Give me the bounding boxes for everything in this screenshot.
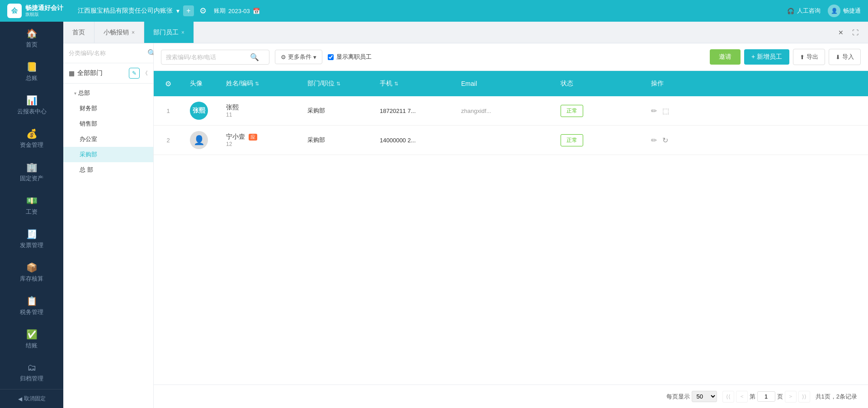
chevron-down-icon: ▾ xyxy=(313,54,316,61)
page-size-select[interactable]: 10 20 50 100 xyxy=(692,391,717,402)
col-dept-position[interactable]: 部门/职位 ⇅ xyxy=(300,71,373,96)
row-status: 正常 xyxy=(553,96,644,126)
edit-button[interactable]: ✏ xyxy=(651,136,657,145)
more-filter-button[interactable]: ⚙ 更多条件 ▾ xyxy=(275,50,322,64)
prev-page-button[interactable]: ＜ xyxy=(736,391,748,403)
sidebar-item-ledger[interactable]: 📒 总账 xyxy=(0,55,63,89)
add-company-button[interactable]: + xyxy=(183,5,194,16)
emp-search-input[interactable] xyxy=(166,54,247,61)
sidebar-item-label: 资金管理 xyxy=(20,141,43,149)
sidebar-item-inventory[interactable]: 📦 库存核算 xyxy=(0,256,63,289)
status-badge: 正常 xyxy=(561,105,583,117)
gear-icon[interactable]: ⚙ xyxy=(199,6,207,16)
user-menu[interactable]: 👤 畅捷通 xyxy=(828,5,861,17)
sidebar-item-salary[interactable]: 💵 工资 xyxy=(0,189,63,222)
col-actions: 操作 xyxy=(644,71,868,96)
invite-button[interactable]: 邀请 xyxy=(710,49,741,65)
import-button[interactable]: ⬇ 导入 xyxy=(829,49,861,65)
table-gear-icon[interactable]: ⚙ xyxy=(161,76,175,91)
employee-panel: 🔍 ⚙ 更多条件 ▾ 显示离职员工 邀请 xyxy=(154,43,868,408)
search-icon[interactable]: 🔍 xyxy=(147,49,154,57)
avatar: 👤 xyxy=(828,5,840,17)
dept-collapse-button[interactable]: 《 xyxy=(142,70,148,77)
sidebar-item-label: 固定资产 xyxy=(20,174,43,183)
close-tab-dept-emp[interactable]: × xyxy=(181,29,184,36)
show-leave-checkbox-label[interactable]: 显示离职员工 xyxy=(328,53,372,61)
sidebar-item-closing[interactable]: ✅ 结账 xyxy=(0,323,63,356)
sort-icon: ⇅ xyxy=(394,81,398,86)
tab-bar: 首页 小畅报销 × 部门员工 × ✕ ⛶ xyxy=(63,22,868,43)
total-records: 共1页，2条记录 xyxy=(816,393,857,401)
service-button[interactable]: 🎧 人工咨询 xyxy=(787,7,821,15)
export-button[interactable]: ⬆ 导出 xyxy=(793,49,825,65)
row-avatar-cell: 👤 xyxy=(183,126,219,155)
edit-button[interactable]: ✏ xyxy=(651,107,657,115)
dept-search-input[interactable] xyxy=(69,50,145,56)
sidebar-item-label: 工资 xyxy=(26,208,38,216)
status-badge: 正常 xyxy=(561,134,583,146)
tab-home[interactable]: 首页 xyxy=(63,22,94,43)
dept-node-head[interactable]: ▾ 总部 xyxy=(63,85,153,101)
sidebar-item-archive[interactable]: 🗂 归档管理 xyxy=(0,356,63,389)
emp-search-box: 🔍 xyxy=(161,50,269,65)
page-navigation: ⟨⟨ ＜ 第 页 ＞ ⟩⟩ xyxy=(722,391,810,403)
logo-area: 会 畅捷通好会计 旗舰版 xyxy=(7,4,71,18)
sidebar-item-label: 结账 xyxy=(26,342,38,350)
col-name-code[interactable]: 姓名/编码 ⇅ xyxy=(219,71,300,96)
sidebar-item-tax[interactable]: 📋 税务管理 xyxy=(0,289,63,323)
company-selector[interactable]: 江西服宝精品有限责任公司内账张 ▾ xyxy=(78,7,179,15)
sidebar-item-funds[interactable]: 💰 资金管理 xyxy=(0,122,63,155)
pagination: 每页显示 10 20 50 100 ⟨⟨ ＜ 第 页 xyxy=(154,385,868,408)
add-employee-button[interactable]: + 新增员工 xyxy=(744,49,789,65)
chevron-down-icon: ▾ xyxy=(176,7,179,14)
dept-node-office[interactable]: 办公室 xyxy=(63,131,153,147)
row-name-code: 张熙 11 xyxy=(219,96,300,126)
dept-node-general[interactable]: 总 部 xyxy=(63,162,153,178)
tab-dept-emp[interactable]: 部门员工 × xyxy=(144,22,194,43)
logout-button[interactable]: ⬚ xyxy=(662,107,669,115)
col-settings[interactable]: ⚙ xyxy=(154,71,183,96)
dept-node-sales[interactable]: 销售部 xyxy=(63,116,153,131)
refresh-button[interactable]: ↻ xyxy=(662,136,668,145)
pending-badge: 应 xyxy=(249,134,257,141)
maximize-window-button[interactable]: ⛶ xyxy=(850,27,861,38)
import-icon: ⬇ xyxy=(835,54,840,61)
close-window-button[interactable]: ✕ xyxy=(835,27,846,38)
sidebar-item-label: 云报表中心 xyxy=(17,108,47,116)
dept-edit-button[interactable]: ✎ xyxy=(129,68,140,79)
sort-icon: ⇅ xyxy=(336,81,340,86)
invoice-icon: 🧾 xyxy=(26,229,38,239)
cancel-fixed-button[interactable]: ◀ 取消固定 xyxy=(0,389,63,408)
all-dept-header[interactable]: ▦ 全部部门 ✎ 《 xyxy=(63,63,153,84)
dept-node-finance[interactable]: 财务部 xyxy=(63,101,153,116)
inventory-icon: 📦 xyxy=(26,262,38,273)
first-page-button[interactable]: ⟨⟨ xyxy=(722,391,734,403)
col-phone[interactable]: 手机 ⇅ xyxy=(373,71,454,96)
dept-search-area: 🔍 xyxy=(63,43,153,63)
dept-node-purchase[interactable]: 采购部 xyxy=(63,147,153,162)
sidebar-item-label: 库存核算 xyxy=(20,275,43,283)
close-tab-expense[interactable]: × xyxy=(132,29,135,36)
last-page-button[interactable]: ⟩⟩ xyxy=(798,391,810,403)
row-email xyxy=(454,126,553,155)
calendar-icon[interactable]: 📅 xyxy=(253,8,260,14)
filter-icon: ⚙ xyxy=(281,54,286,61)
row-status: 正常 xyxy=(553,126,644,155)
salary-icon: 💵 xyxy=(26,195,38,206)
tab-expense[interactable]: 小畅报销 × xyxy=(94,22,144,43)
home-icon: 🏠 xyxy=(26,28,38,39)
sidebar-item-invoice[interactable]: 🧾 发票管理 xyxy=(0,222,63,256)
show-leave-checkbox[interactable] xyxy=(328,54,334,60)
export-icon: ⬆ xyxy=(800,54,805,61)
sort-icon: ⇅ xyxy=(255,81,259,86)
sidebar-item-home[interactable]: 🏠 首页 xyxy=(0,22,63,55)
emp-toolbar: 🔍 ⚙ 更多条件 ▾ 显示离职员工 邀请 xyxy=(154,43,868,71)
page-number-input[interactable] xyxy=(757,391,775,402)
emp-table: ⚙ 头像 姓名/编码 ⇅ 部门/职位 xyxy=(154,71,868,385)
sidebar-item-assets[interactable]: 🏢 固定资产 xyxy=(0,155,63,189)
chevron-down-icon: ▾ xyxy=(74,91,76,96)
headphone-icon: 🎧 xyxy=(787,8,794,14)
search-icon[interactable]: 🔍 xyxy=(250,53,259,61)
next-page-button[interactable]: ＞ xyxy=(785,391,797,403)
sidebar-item-reports[interactable]: 📊 云报表中心 xyxy=(0,89,63,122)
